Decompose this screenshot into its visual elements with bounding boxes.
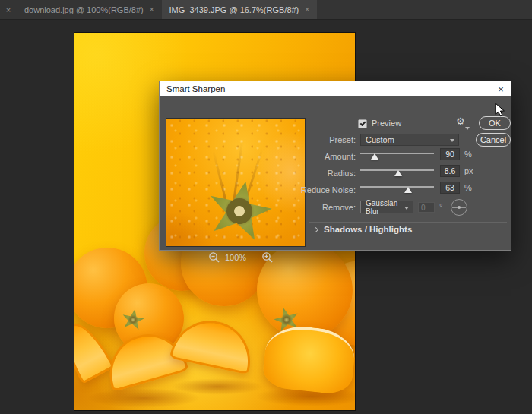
- preview-checkbox-label: Preview: [372, 119, 401, 128]
- dialog-title-text: Smart Sharpen: [166, 84, 225, 93]
- dialog-close-icon[interactable]: ×: [491, 81, 511, 96]
- photoshop-workspace: × download.jpg @ 100%(RGB/8#) × IMG_3439…: [0, 0, 532, 414]
- mouse-cursor: [494, 103, 505, 117]
- slider-handle[interactable]: [394, 170, 402, 176]
- remove-value: Gaussian Blur: [366, 199, 408, 216]
- tab-download-jpg[interactable]: download.jpg @ 100%(RGB/8#) ×: [17, 0, 162, 19]
- dialog-title: Smart Sharpen: [160, 81, 511, 96]
- panel-close-icon[interactable]: ×: [0, 0, 17, 19]
- amount-label: Amount:: [266, 152, 356, 161]
- remove-dropdown[interactable]: Gaussian Blur: [360, 201, 413, 213]
- tab-close-icon[interactable]: ×: [305, 5, 309, 14]
- slider-handle[interactable]: [404, 187, 412, 193]
- ok-button[interactable]: OK: [479, 116, 511, 130]
- smart-sharpen-dialog: Smart Sharpen ×: [159, 81, 511, 251]
- chevron-down-icon: [450, 139, 454, 142]
- preset-value: Custom: [366, 135, 394, 144]
- amount-unit: %: [464, 150, 472, 159]
- slider-handle[interactable]: [371, 153, 378, 160]
- cancel-button[interactable]: Cancel: [476, 133, 511, 147]
- preview-checkbox[interactable]: [358, 119, 367, 128]
- shadows-highlights-header[interactable]: Shadows / Highlights: [324, 225, 412, 234]
- radius-slider[interactable]: [360, 166, 434, 177]
- angle-value-input-disabled: 0: [418, 202, 435, 213]
- preview-zoom-level[interactable]: 100%: [222, 253, 249, 262]
- zoom-in-icon[interactable]: [261, 251, 274, 264]
- check-icon: [359, 120, 366, 126]
- stem-ring: [224, 196, 255, 226]
- amount-slider[interactable]: [360, 150, 434, 160]
- dialog-body: 100% Preview ⚙ OK Cancel Preset: Custom: [160, 96, 511, 250]
- tab-img-3439-jpg[interactable]: IMG_3439.JPG @ 16.7%(RGB/8#) ×: [162, 0, 318, 19]
- chevron-right-icon[interactable]: [313, 227, 318, 232]
- degree-symbol: °: [439, 202, 442, 211]
- reduce-noise-slider[interactable]: [360, 183, 434, 194]
- stem-core: [233, 205, 246, 218]
- slider-track: [360, 186, 434, 188]
- radius-value-input[interactable]: 8.6: [440, 165, 460, 177]
- radius-unit: px: [464, 166, 473, 175]
- preset-label: Preset:: [266, 135, 356, 144]
- gear-caret-icon: [465, 127, 470, 130]
- angle-dial-dot: [458, 206, 461, 209]
- remove-label: Remove:: [266, 203, 356, 212]
- document-tab-bar: × download.jpg @ 100%(RGB/8#) × IMG_3439…: [0, 0, 532, 20]
- preview-zoom-controls: 100%: [166, 251, 306, 266]
- angle-dial[interactable]: [451, 199, 467, 216]
- reduce-noise-label: Reduce Noise:: [266, 185, 356, 194]
- tab-close-icon[interactable]: ×: [150, 5, 154, 14]
- preset-dropdown[interactable]: Custom: [360, 134, 459, 146]
- reduce-noise-unit: %: [464, 183, 472, 192]
- radius-label: Radius:: [266, 169, 356, 178]
- chevron-down-icon: [404, 207, 409, 210]
- amount-value-input[interactable]: 90: [440, 148, 460, 160]
- gear-icon[interactable]: ⚙: [456, 116, 465, 126]
- tab-label: download.jpg @ 100%(RGB/8#): [24, 5, 144, 14]
- tab-label: IMG_3439.JPG @ 16.7%(RGB/8#): [169, 5, 299, 14]
- section-divider: [309, 222, 507, 223]
- zoom-out-icon[interactable]: [208, 251, 220, 264]
- reduce-noise-value-input[interactable]: 63: [440, 182, 460, 194]
- fruit-shadow: [172, 378, 263, 395]
